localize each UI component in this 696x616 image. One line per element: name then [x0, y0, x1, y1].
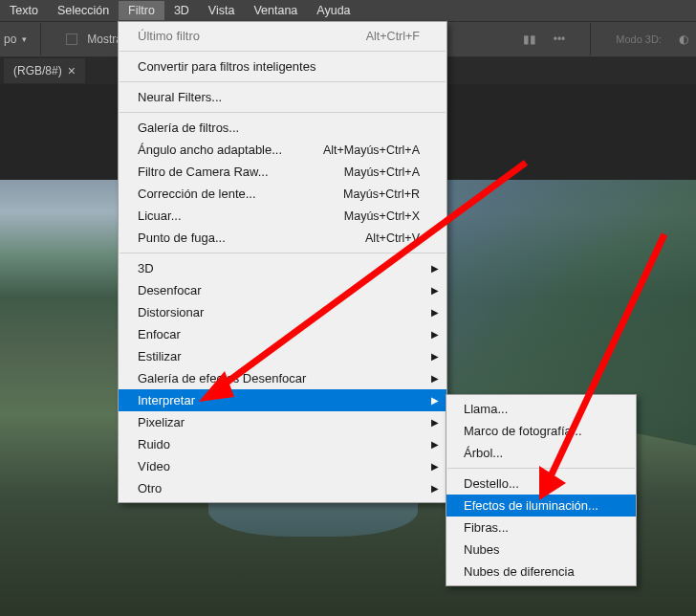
menu-enfocar-submenu[interactable]: Enfocar▶ [119, 323, 446, 345]
chevron-right-icon: ▶ [431, 395, 439, 406]
submenu-nubes-diferencia[interactable]: Nubes de diferencia [446, 561, 636, 583]
chevron-right-icon: ▶ [431, 307, 439, 318]
dropdown-caret-icon[interactable]: ▾ [22, 34, 27, 44]
menu-correccion-lente[interactable]: Corrección de lente...Mayús+Ctrl+R [119, 183, 446, 205]
toolbar-divider [590, 23, 591, 55]
document-tab-label: (RGB/8#) [13, 64, 62, 77]
close-icon[interactable]: × [68, 63, 76, 78]
menu-estilizar-submenu[interactable]: Estilizar▶ [119, 345, 446, 367]
menu-licuar[interactable]: Licuar...Mayús+Ctrl+X [119, 205, 446, 227]
menu-pixelizar-submenu[interactable]: Pixelizar▶ [119, 411, 446, 433]
chevron-right-icon: ▶ [431, 351, 439, 362]
menu-separator [120, 51, 446, 52]
chevron-right-icon: ▶ [431, 417, 439, 428]
menu-neural-filters[interactable]: Neural Filters... [119, 86, 446, 108]
menu-distorsionar-submenu[interactable]: Distorsionar▶ [119, 301, 446, 323]
mostrar-checkbox[interactable] [66, 33, 77, 45]
chevron-right-icon: ▶ [431, 483, 439, 494]
toolbar-po-label: po [4, 33, 16, 46]
menu-punto-fuga[interactable]: Punto de fuga...Alt+Ctrl+V [119, 227, 446, 249]
submenu-fibras[interactable]: Fibras... [446, 517, 636, 539]
panel-toggle-icon[interactable]: ▮▮ [523, 33, 536, 46]
chevron-right-icon: ▶ [431, 439, 439, 450]
menu-video-submenu[interactable]: Vídeo▶ [119, 455, 446, 477]
document-tab[interactable]: (RGB/8#) × [4, 58, 85, 83]
menu-vista[interactable]: Vista [199, 1, 245, 20]
submenu-efectos-iluminacion[interactable]: Efectos de iluminación... [446, 495, 636, 517]
menu-galeria-desenfocar-submenu[interactable]: Galería de efectos Desenfocar▶ [119, 367, 446, 389]
menu-separator [447, 468, 635, 469]
submenu-arbol[interactable]: Árbol... [446, 442, 636, 464]
menu-3d[interactable]: 3D [164, 1, 199, 20]
menu-separator [120, 81, 446, 82]
menu-ventana[interactable]: Ventana [244, 1, 307, 20]
menu-galeria-filtros[interactable]: Galería de filtros... [119, 117, 446, 139]
chevron-right-icon: ▶ [431, 329, 439, 340]
menu-convertir-inteligentes[interactable]: Convertir para filtros inteligentes [119, 55, 446, 77]
menu-separator [120, 253, 446, 253]
interpretar-submenu: Llama... Marco de fotografía... Árbol...… [446, 394, 637, 586]
orbit-3d-icon[interactable]: ◐ [679, 33, 688, 46]
submenu-llama[interactable]: Llama... [446, 398, 636, 420]
chevron-right-icon: ▶ [431, 373, 439, 384]
filtro-dropdown: Último filtroAlt+Ctrl+F Convertir para f… [118, 21, 447, 503]
menu-3d-submenu[interactable]: 3D▶ [119, 257, 446, 279]
submenu-marco-fotografia[interactable]: Marco de fotografía... [446, 420, 636, 442]
menu-desenfocar-submenu[interactable]: Desenfocar▶ [119, 279, 446, 301]
more-options-icon[interactable]: ••• [554, 33, 566, 46]
submenu-destello[interactable]: Destello... [446, 473, 636, 495]
menu-camera-raw[interactable]: Filtro de Camera Raw...Mayús+Ctrl+A [119, 161, 446, 183]
menu-ruido-submenu[interactable]: Ruido▶ [119, 433, 446, 455]
menu-filtro[interactable]: Filtro [119, 1, 164, 20]
menu-otro-submenu[interactable]: Otro▶ [119, 477, 446, 499]
chevron-right-icon: ▶ [431, 461, 439, 472]
toolbar-divider [40, 23, 41, 55]
menu-ayuda[interactable]: Ayuda [307, 1, 359, 20]
chevron-right-icon: ▶ [431, 285, 439, 296]
menu-angulo-adaptable[interactable]: Ángulo ancho adaptable...Alt+Mayús+Ctrl+… [119, 139, 446, 161]
chevron-right-icon: ▶ [431, 263, 439, 274]
menu-interpretar-submenu[interactable]: Interpretar▶ [119, 389, 446, 411]
mode-3d-label: Modo 3D: [616, 33, 662, 45]
menu-seleccion[interactable]: Selección [48, 1, 119, 20]
menu-separator [120, 112, 446, 113]
menubar: Texto Selección Filtro 3D Vista Ventana … [0, 0, 696, 21]
menu-ultimo-filtro[interactable]: Último filtroAlt+Ctrl+F [119, 25, 446, 47]
submenu-nubes[interactable]: Nubes [446, 539, 636, 561]
menu-texto[interactable]: Texto [0, 1, 48, 20]
